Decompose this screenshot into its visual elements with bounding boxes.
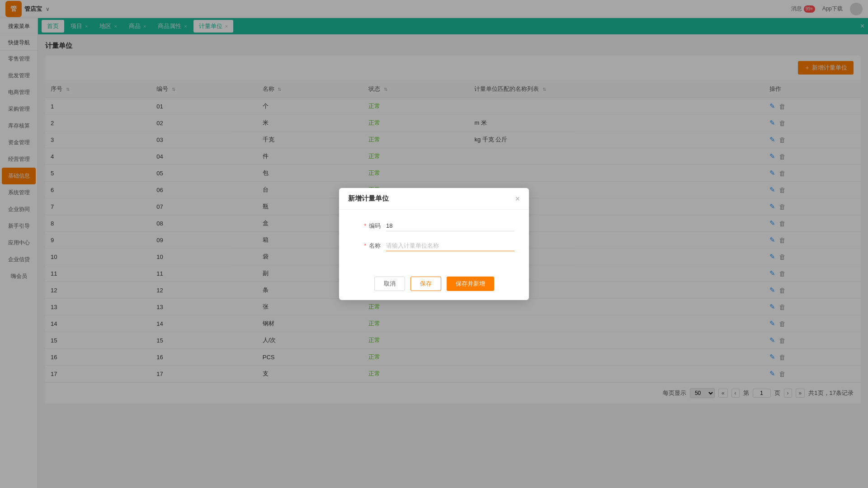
modal-footer: 取消 保存 保存并新增 (339, 271, 529, 300)
required-star-code: * (364, 222, 366, 229)
code-label-text: 编码 (369, 222, 381, 229)
required-star-name: * (364, 242, 366, 249)
name-input[interactable] (386, 240, 514, 251)
modal-close-btn[interactable]: × (515, 195, 520, 203)
add-unit-modal: 新增计量单位 × * 编码 * 名称 取消 保存 保存并新增 (339, 188, 529, 300)
name-label-text: 名称 (369, 242, 381, 249)
form-row-name: * 名称 (354, 240, 514, 251)
modal-title: 新增计量单位 (348, 194, 389, 203)
code-label: * 编码 (354, 222, 381, 230)
modal-body: * 编码 * 名称 (339, 210, 529, 271)
cancel-button[interactable]: 取消 (374, 277, 405, 291)
code-input[interactable] (386, 221, 514, 231)
modal-header: 新增计量单位 × (339, 188, 529, 210)
save-and-new-button[interactable]: 保存并新增 (447, 277, 494, 291)
form-row-code: * 编码 (354, 221, 514, 231)
name-label: * 名称 (354, 242, 381, 250)
save-button[interactable]: 保存 (410, 277, 441, 291)
modal-overlay: 新增计量单位 × * 编码 * 名称 取消 保存 保存并新增 (0, 0, 868, 488)
